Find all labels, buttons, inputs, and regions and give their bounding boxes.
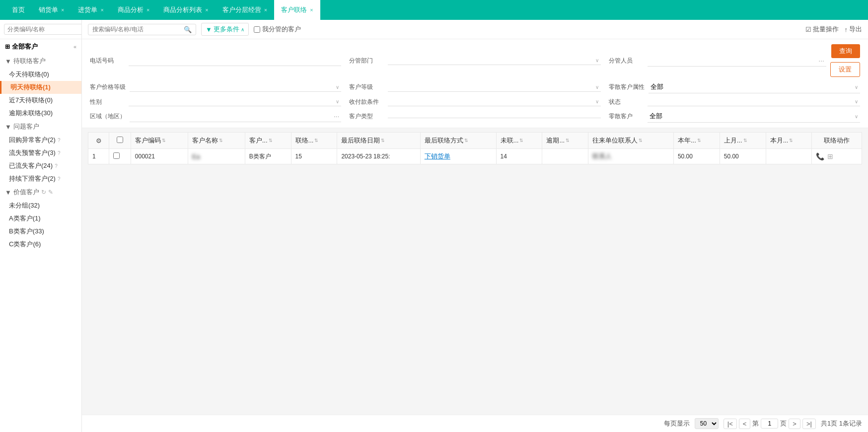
collapse-icon[interactable]: «	[73, 44, 76, 50]
payment-select[interactable]: ∨	[388, 97, 600, 106]
last-page-btn[interactable]: >|	[802, 419, 816, 429]
nav-purchase-order[interactable]: 进货单 ×	[71, 0, 110, 20]
close-icon[interactable]: ×	[264, 7, 267, 13]
col-last-month[interactable]: 上月... ⇅	[720, 133, 766, 149]
retail-attr-select[interactable]: 全部 ∨	[649, 81, 860, 93]
col-level[interactable]: 客户... ⇅	[245, 133, 291, 149]
help-icon[interactable]: ?	[58, 176, 61, 182]
col-unit-contacts[interactable]: 往来单位联系人 ⇅	[588, 133, 674, 149]
help-icon[interactable]: ?	[58, 138, 61, 143]
prev-page-btn[interactable]: <	[739, 419, 751, 429]
sidebar-item-class-c[interactable]: C类客户(6)	[0, 238, 81, 251]
next-page-btn[interactable]: >	[789, 419, 800, 429]
nav-product-analysis[interactable]: 商品分析 ×	[111, 0, 156, 20]
chevron-down-icon: ∨	[595, 84, 599, 90]
sidebar-item-class-b[interactable]: B类客户(33)	[0, 225, 81, 238]
sidebar-item-abnormal-repurchase[interactable]: 回购异常客户(2) ?	[0, 134, 81, 146]
sidebar: 🔍 ⊞ 全部客户 « ▼ 待联络客户 今天待联络(0) 明天待联络(1) 近7天…	[0, 20, 82, 432]
close-icon[interactable]: ×	[310, 7, 313, 13]
nav-sales-order[interactable]: 销货单 ×	[32, 0, 71, 20]
nav-home[interactable]: 首页	[5, 0, 32, 20]
nav-customer-contact[interactable]: 客户联络 ×	[274, 0, 320, 20]
sidebar-item-week-pending[interactable]: 近7天待联络(0)	[0, 94, 81, 107]
phone-action-icon[interactable]: 📞	[816, 152, 824, 160]
col-unlisted[interactable]: 未联... ⇅	[496, 133, 542, 149]
sidebar-item-declining[interactable]: 持续下滑客户(2) ?	[0, 172, 81, 185]
customer-type-label: 客户类型	[349, 112, 384, 121]
table-area: ⚙ 客户编码 ⇅ 客户名称	[82, 128, 868, 415]
my-customers-checkbox[interactable]: 我分管的客户	[254, 25, 301, 34]
col-this-year[interactable]: 本年... ⇅	[673, 133, 720, 149]
unit-contact-name: 联系人	[592, 152, 612, 160]
refresh-icon[interactable]: ↻	[41, 189, 46, 196]
filter-row-customer-level: 客户等级 ∨	[349, 81, 600, 93]
price-level-select[interactable]: ∨	[130, 83, 341, 92]
sidebar-item-churned[interactable]: 已流失客户(24) ?	[0, 159, 81, 172]
col-code[interactable]: 客户编码 ⇅	[131, 133, 188, 149]
my-customers-check[interactable]	[254, 26, 260, 33]
ellipsis-icon[interactable]: ···	[818, 57, 824, 65]
chevron-down-icon: ∨	[595, 58, 599, 63]
retail-customer-select[interactable]: 全部 ∨	[648, 110, 860, 123]
customer-level-select[interactable]: ∨	[388, 83, 600, 92]
col-contacts[interactable]: 联络... ⇅	[291, 133, 337, 149]
search-icon[interactable]: 🔍	[184, 26, 192, 33]
dept-select[interactable]: ∨	[388, 56, 600, 65]
sidebar-search-input[interactable]	[4, 24, 82, 35]
filter-row-phone: 电话号码	[90, 44, 341, 77]
col-name[interactable]: 客户名称 ⇅	[188, 133, 245, 149]
help-icon[interactable]: ?	[55, 163, 58, 169]
col-this-month[interactable]: 本月... ⇅	[766, 133, 812, 149]
col-overdue[interactable]: 逾期... ⇅	[542, 133, 588, 149]
edit-icon[interactable]: ✎	[48, 189, 53, 196]
page-input[interactable]	[761, 419, 778, 429]
manager-select[interactable]: ···	[648, 55, 826, 67]
per-page-label: 每页显示	[664, 419, 690, 428]
gender-select[interactable]: ∨	[129, 97, 341, 106]
sort-icon: ⇅	[566, 138, 570, 143]
set-button[interactable]: 设置	[830, 62, 860, 77]
area-select[interactable]: ···	[130, 111, 341, 122]
ellipsis-icon[interactable]: ···	[334, 112, 340, 120]
batch-ops-btn[interactable]: ☑ 批量操作	[805, 25, 839, 34]
col-last-contact-method[interactable]: 最后联络方式 ⇅	[420, 133, 496, 149]
sidebar-item-today-pending[interactable]: 今天待联络(0)	[0, 68, 81, 81]
nav-customer-tier[interactable]: 客户分层经营 ×	[216, 0, 274, 20]
close-icon[interactable]: ×	[100, 7, 103, 13]
close-icon[interactable]: ×	[205, 7, 208, 13]
contact-method-link[interactable]: 下销货单	[425, 152, 450, 160]
page-size-select[interactable]: 50	[695, 418, 719, 429]
help-icon[interactable]: ?	[58, 150, 61, 156]
customer-type-select[interactable]	[388, 115, 600, 118]
value-group-title: ▼ 价值客户 ↻ ✎	[0, 185, 81, 199]
filter-row-retail-customer: 零散客户 全部 ∨	[609, 110, 860, 123]
query-button[interactable]: 查询	[831, 44, 860, 58]
retail-customer-label: 零散客户	[609, 112, 644, 121]
more-conditions-btn[interactable]: ▼ 更多条件 ∧	[201, 23, 249, 36]
col-gear[interactable]: ⚙	[88, 133, 109, 149]
sidebar-item-tomorrow-pending[interactable]: 明天待联络(1)	[0, 81, 81, 94]
customer-level-label: 客户等级	[349, 83, 384, 91]
sidebar-item-class-a[interactable]: A类客户(1)	[0, 212, 81, 225]
cell-last-contact-method[interactable]: 下销货单	[420, 149, 496, 164]
first-page-btn[interactable]: |<	[723, 419, 737, 429]
grid-action-icon[interactable]: ⊞	[827, 152, 833, 160]
cell-checkbox[interactable]	[109, 149, 131, 164]
status-select[interactable]: ∨	[648, 97, 860, 106]
col-last-contact-date[interactable]: 最后联络日期 ⇅	[337, 133, 420, 149]
nav-product-analysis-list[interactable]: 商品分析列表 ×	[156, 0, 215, 20]
col-checkbox[interactable]	[109, 133, 131, 149]
all-customers-header[interactable]: ⊞ 全部客户 «	[0, 39, 81, 54]
phone-input[interactable]	[129, 56, 341, 66]
export-btn[interactable]: ↑ 导出	[845, 25, 863, 34]
sidebar-item-ungrouped[interactable]: 未分组(32)	[0, 199, 81, 212]
gear-icon[interactable]: ⚙	[96, 137, 102, 144]
select-all-checkbox[interactable]	[117, 137, 123, 143]
close-icon[interactable]: ×	[146, 7, 149, 13]
close-icon[interactable]: ×	[61, 7, 64, 13]
cell-name: Ea	[188, 149, 245, 164]
search-input[interactable]	[92, 26, 182, 33]
sidebar-item-overdue[interactable]: 逾期未联络(30)	[0, 107, 81, 120]
sidebar-item-churn-warning[interactable]: 流失预警客户(3) ?	[0, 146, 81, 159]
row-checkbox[interactable]	[113, 152, 120, 159]
